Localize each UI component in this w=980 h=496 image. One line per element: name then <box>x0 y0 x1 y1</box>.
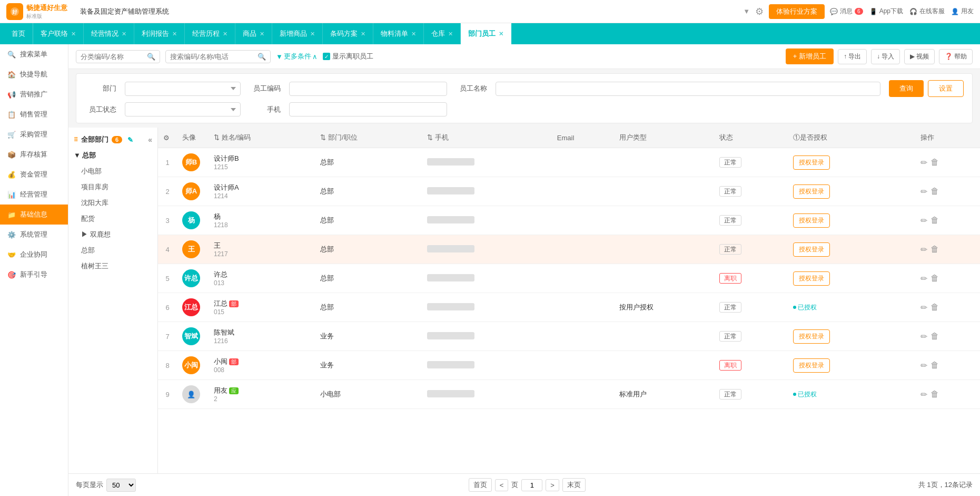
dept-item-xiaodian[interactable]: 小电部 <box>68 163 157 179</box>
prev-page-btn[interactable]: < <box>495 479 509 491</box>
tab-customer[interactable]: 客户联络 ✕ <box>33 23 84 44</box>
online-service-action[interactable]: 🎧 在线客服 <box>909 7 945 16</box>
close-icon[interactable]: ✕ <box>223 31 227 37</box>
trial-button[interactable]: 体验行业方案 <box>769 4 825 19</box>
per-page-select[interactable]: 50 100 200 <box>106 479 136 492</box>
sidebar-item-nav[interactable]: 🏠 快捷导航 <box>0 64 68 84</box>
close-icon[interactable]: ✕ <box>122 31 126 37</box>
tab-bom[interactable]: 物料清单 ✕ <box>373 23 424 44</box>
sidebar-item-base-info[interactable]: 📁 基础信息 <box>0 205 68 225</box>
delete-icon[interactable]: 🗑 <box>930 303 939 312</box>
th-dept-pos[interactable]: ⇅ 部门/职位 <box>315 128 421 148</box>
sidebar-item-finance[interactable]: 💰 资金管理 <box>0 164 68 184</box>
dept-item-headquarter[interactable]: ▼ 总部 <box>68 148 157 163</box>
dept-item-shenyang[interactable]: 沈阳大库 <box>68 195 157 211</box>
dept-select[interactable] <box>125 82 241 96</box>
sidebar-item-collab[interactable]: 🤝 企业协同 <box>0 245 68 265</box>
dept-item-xiangmu[interactable]: 项目库房 <box>68 179 157 195</box>
dept-edit-icon[interactable]: ✎ <box>127 136 133 144</box>
dept-item-peihuo[interactable]: 配货 <box>68 211 157 227</box>
tab-profit[interactable]: 利润报告 ✕ <box>134 23 185 44</box>
edit-icon[interactable]: ✏ <box>920 216 927 226</box>
search-input[interactable] <box>81 53 144 61</box>
close-icon[interactable]: ✕ <box>260 31 264 37</box>
sidebar-item-sales[interactable]: 📋 销售管理 <box>0 104 68 124</box>
page-input[interactable] <box>521 479 542 491</box>
search-submit-icon[interactable]: 🔍 <box>147 53 155 61</box>
dropdown-icon[interactable]: ▼ <box>743 7 750 15</box>
auth-login-button[interactable]: 授权登录 <box>793 213 830 228</box>
close-icon[interactable]: ✕ <box>448 31 453 37</box>
view-button[interactable]: ▶ 视频 <box>904 49 935 64</box>
app-download-action[interactable]: 📱 App下载 <box>869 7 903 16</box>
phone-search-icon[interactable]: 🔍 <box>258 53 266 61</box>
edit-icon[interactable]: ✏ <box>920 245 927 255</box>
th-name-code[interactable]: ⇅ 姓名/编码 <box>209 128 315 148</box>
delete-icon[interactable]: 🗑 <box>930 216 939 225</box>
edit-icon[interactable]: ✏ <box>920 187 927 197</box>
auth-login-button[interactable]: 授权登录 <box>793 184 830 199</box>
auth-login-button[interactable]: 授权登录 <box>793 271 830 286</box>
more-conditions-btn[interactable]: ▼ 更多条件 ∧ <box>276 52 318 61</box>
sidebar-item-marketing[interactable]: 📢 营销推广 <box>0 84 68 104</box>
auth-login-button[interactable]: 授权登录 <box>793 155 830 170</box>
tab-dept-employee[interactable]: 部门员工 ✕ <box>461 23 511 44</box>
tab-barcode[interactable]: 条码方案 ✕ <box>323 23 373 44</box>
dept-item-zongbu[interactable]: 总部 <box>68 242 157 258</box>
sidebar-item-system[interactable]: ⚙️ 系统管理 <box>0 225 68 245</box>
close-icon[interactable]: ✕ <box>71 31 76 37</box>
tab-process[interactable]: 经营历程 ✕ <box>185 23 235 44</box>
delete-icon[interactable]: 🗑 <box>930 390 939 399</box>
dept-item-shuanglu[interactable]: ▶ 双鹿想 <box>68 227 157 242</box>
edit-icon[interactable]: ✏ <box>920 361 927 371</box>
delete-icon[interactable]: 🗑 <box>930 158 939 167</box>
close-icon[interactable]: ✕ <box>310 31 315 37</box>
help-button[interactable]: ❓ 帮助 <box>939 49 973 64</box>
show-resigned-toggle[interactable]: ✓ 显示离职员工 <box>323 52 373 61</box>
last-page-btn[interactable]: 末页 <box>562 478 586 492</box>
close-icon[interactable]: ✕ <box>499 31 503 37</box>
emp-code-input[interactable] <box>289 82 447 96</box>
user-action[interactable]: 👤 用友 <box>951 7 974 16</box>
auth-login-button[interactable]: 授权登录 <box>793 358 830 373</box>
close-icon[interactable]: ✕ <box>172 31 177 37</box>
close-icon[interactable]: ✕ <box>361 31 365 37</box>
sidebar-item-operations[interactable]: 📊 经营管理 <box>0 184 68 205</box>
tab-warehouse[interactable]: 仓库 ✕ <box>424 23 461 44</box>
tab-business[interactable]: 经营情况 ✕ <box>84 23 134 44</box>
tab-add-goods[interactable]: 新增商品 ✕ <box>272 23 323 44</box>
emp-status-select[interactable] <box>125 102 241 116</box>
auth-login-button[interactable]: 授权登录 <box>793 329 830 344</box>
auth-login-button[interactable]: 授权登录 <box>793 242 830 257</box>
edit-icon[interactable]: ✏ <box>920 303 927 313</box>
sidebar-item-guide[interactable]: 🎯 新手引导 <box>0 265 68 285</box>
phone-search-input[interactable] <box>170 53 254 61</box>
sidebar-item-purchase[interactable]: 🛒 采购管理 <box>0 124 68 144</box>
delete-icon[interactable]: 🗑 <box>930 245 939 254</box>
close-icon[interactable]: ✕ <box>411 31 416 37</box>
sidebar-item-inventory[interactable]: 📦 库存核算 <box>0 144 68 164</box>
edit-icon[interactable]: ✏ <box>920 274 927 284</box>
tab-goods[interactable]: 商品 ✕ <box>235 23 272 44</box>
settings-icon[interactable]: ⚙ <box>755 6 764 17</box>
first-page-btn[interactable]: 首页 <box>469 478 492 492</box>
query-button[interactable]: 查询 <box>889 80 924 97</box>
dept-item-zhishu[interactable]: 植树王三 <box>68 258 157 274</box>
message-action[interactable]: 💬 消息 6 <box>830 7 863 16</box>
dept-collapse-btn[interactable]: « <box>148 135 152 144</box>
edit-icon[interactable]: ✏ <box>920 390 927 400</box>
delete-icon[interactable]: 🗑 <box>930 274 939 283</box>
delete-icon[interactable]: 🗑 <box>930 361 939 370</box>
add-employee-button[interactable]: + 新增员工 <box>786 48 834 64</box>
edit-icon[interactable]: ✏ <box>920 158 927 168</box>
emp-name-input[interactable] <box>496 82 880 96</box>
delete-icon[interactable]: 🗑 <box>930 187 939 196</box>
sidebar-item-search[interactable]: 🔍 搜索菜单 <box>0 44 68 64</box>
th-phone[interactable]: ⇅ 手机 <box>422 128 552 148</box>
delete-icon[interactable]: 🗑 <box>930 332 939 341</box>
th-settings[interactable]: ⚙ <box>158 128 177 148</box>
reset-button[interactable]: 设置 <box>928 80 964 97</box>
next-page-btn[interactable]: > <box>546 479 559 491</box>
edit-icon[interactable]: ✏ <box>920 332 927 342</box>
export-button[interactable]: ↑ 导出 <box>838 49 867 64</box>
